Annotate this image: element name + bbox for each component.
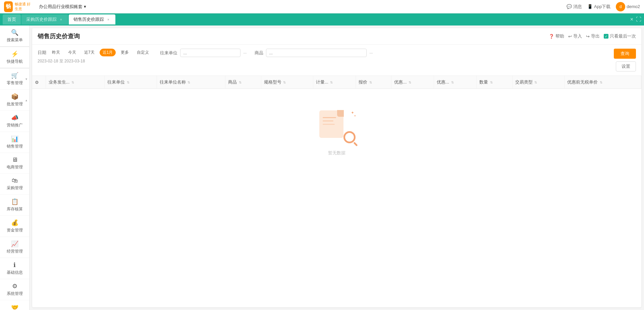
tab-purchase-label: 采购历史价跟踪 — [26, 16, 57, 22]
finance-icon: 💰 — [11, 219, 18, 226]
date-btn-1month[interactable]: 近1月 — [100, 49, 116, 56]
col-gear[interactable]: ⚙ — [32, 76, 46, 89]
col-discount1-label: 优惠... — [394, 80, 407, 85]
col-discount2[interactable]: 优惠... ⇅ — [434, 76, 477, 89]
col-biz-date[interactable]: 业务发生... ⇅ — [46, 76, 105, 89]
sidebar-item-ecommerce[interactable]: 🖥 电商管理 — [0, 153, 29, 174]
sort-icon: ⇅ — [283, 81, 286, 84]
ecommerce-icon: 🖥 — [12, 156, 18, 163]
gear-icon: ⚙ — [35, 80, 39, 85]
basics-icon: ℹ — [13, 261, 16, 269]
filter-area: 日期 昨天 今天 近7天 近1月 更多 自定义 2023-02-18 至 202… — [32, 45, 641, 76]
fullscreen-button[interactable]: ⛶ — [636, 16, 641, 22]
help-button[interactable]: ❓ 帮助 — [549, 33, 564, 39]
col-trade-type[interactable]: 交易类型 ⇅ — [512, 76, 564, 89]
user-avatar-button[interactable]: d demo2 — [616, 2, 640, 11]
date-btn-yesterday[interactable]: 昨天 — [49, 49, 63, 56]
sidebar-item-label: 营销推广 — [7, 122, 23, 128]
page-container: 销售历史价查询 ❓ 帮助 ↩ 导入 ↪ 导出 ✓ — [32, 28, 641, 307]
tab-bar-right: × ⛶ — [630, 16, 641, 22]
col-qty[interactable]: 数量 ⇅ — [477, 76, 513, 89]
message-button[interactable]: 💬 消息 — [567, 4, 582, 10]
shortcut-icon: ⚡ — [11, 50, 18, 58]
table-header-row: ⚙ 业务发生... ⇅ 往来单位 ⇅ 往来单位名称 — [32, 76, 641, 89]
sidebar-item-inventory[interactable]: 📋 库存核算 — [0, 195, 29, 216]
sidebar-item-label: 快捷导航 — [7, 59, 23, 64]
date-btn-today[interactable]: 今天 — [65, 49, 79, 56]
sidebar-item-label: 销售管理 — [7, 144, 23, 149]
sidebar-item-purchase-mgmt[interactable]: 🛍 采购管理 — [0, 174, 29, 195]
empty-text: 暂无数据 — [328, 150, 345, 156]
sidebar-item-label: 搜索菜单 — [7, 37, 23, 43]
sort-icon: ⇅ — [369, 81, 372, 84]
col-no-tax-price[interactable]: 优惠前无税单价 ⇅ — [565, 76, 641, 89]
sidebar-item-wholesale[interactable]: 📦 批发管理 ▴ — [0, 90, 29, 111]
tab-home-label: 首页 — [7, 16, 16, 22]
tab-sales-close[interactable]: × — [106, 17, 111, 22]
operations-icon: 📈 — [11, 240, 18, 248]
sort-icon: ⇅ — [451, 81, 454, 84]
sidebar-item-label: 系统管理 — [7, 291, 23, 297]
date-range-display: 2023-02-18 至 2023-03-18 — [38, 58, 152, 64]
partner-filter: 往来单位 ··· — [160, 49, 247, 57]
export-label: 导出 — [591, 33, 600, 39]
col-spec-label: 规格型号 — [264, 80, 281, 85]
partner-label: 往来单位 — [160, 50, 177, 56]
main-layout: 🔍 搜索菜单 ⚡ 快捷导航 🛒 零售管理 ▾ 📦 批发管理 ▴ 📣 营销推广 📊… — [0, 25, 644, 310]
sidebar-item-label: 零售管理 — [7, 80, 23, 86]
tab-sales[interactable]: 销售历史价跟踪 × — [69, 14, 115, 24]
tab-home[interactable]: 首页 — [3, 14, 21, 24]
sidebar-item-operations[interactable]: 📈 经营管理 — [0, 237, 29, 258]
sidebar-item-finance[interactable]: 💰 资金管理 — [0, 216, 29, 237]
tab-purchase-close[interactable]: × — [59, 17, 63, 22]
export-button[interactable]: ↪ 导出 — [586, 33, 600, 39]
sort-icon: ⇅ — [71, 81, 74, 84]
col-price[interactable]: 报价 ⇅ — [356, 76, 391, 89]
message-label: 消息 — [573, 4, 582, 10]
col-unit[interactable]: 计量... ⇅ — [313, 76, 356, 89]
sidebar-item-system[interactable]: ⚙ 系统管理 — [0, 279, 29, 300]
partner-more[interactable]: ··· — [243, 51, 247, 55]
sales-mgmt-icon: 📊 — [11, 135, 18, 143]
sidebar-item-sales-mgmt[interactable]: 📊 销售管理 — [0, 132, 29, 153]
sidebar-item-retail[interactable]: 🛒 零售管理 ▾ — [0, 68, 29, 90]
date-btn-more[interactable]: 更多 — [118, 49, 132, 56]
product-input[interactable] — [266, 49, 367, 57]
query-button[interactable]: 查询 — [614, 49, 636, 59]
workspace-selector[interactable]: 办公用品行业模拟账套 ▾ — [36, 2, 89, 11]
col-unit-label: 计量... — [316, 80, 328, 85]
purchase-mgmt-icon: 🛍 — [12, 177, 18, 184]
sidebar-item-enterprise[interactable]: 🤝 企业协同 — [0, 300, 29, 310]
col-partner-name[interactable]: 往来单位名称 ⇅ — [157, 76, 225, 89]
app-download-button[interactable]: 📱 App下载 — [587, 4, 610, 10]
tab-purchase[interactable]: 采购历史价跟踪 × — [21, 14, 68, 24]
close-all-tabs-button[interactable]: × — [630, 16, 633, 22]
setting-button[interactable]: 设置 — [616, 61, 636, 71]
sort-icon: ⇅ — [127, 81, 129, 84]
sidebar-item-shortcut[interactable]: ⚡ 快捷导航 — [0, 47, 29, 68]
col-partner-code[interactable]: 往来单位 ⇅ — [105, 76, 157, 89]
col-product[interactable]: 商品 ⇅ — [225, 76, 261, 89]
sort-icon: ⇅ — [239, 81, 241, 84]
col-price-label: 报价 — [359, 80, 367, 85]
chevron-down-icon: ▾ — [84, 4, 86, 9]
sidebar-item-label: 批发管理 — [7, 101, 23, 107]
col-no-tax-price-label: 优惠前无税单价 — [567, 80, 598, 85]
col-spec[interactable]: 规格型号 ⇅ — [261, 76, 313, 89]
partner-input[interactable] — [180, 49, 240, 57]
only-last-label: 只看最后一次 — [610, 33, 636, 39]
user-name: demo2 — [627, 4, 640, 9]
sidebar-item-search[interactable]: 🔍 搜索菜单 — [0, 25, 29, 47]
sidebar-item-marketing[interactable]: 📣 营销推广 — [0, 111, 29, 132]
import-button[interactable]: ↩ 导入 — [568, 33, 582, 39]
col-discount1[interactable]: 优惠... ⇅ — [391, 76, 434, 89]
product-more[interactable]: ··· — [369, 51, 373, 55]
date-btn-custom[interactable]: 自定义 — [134, 49, 152, 56]
only-last-checkbox[interactable]: ✓ 只看最后一次 — [604, 33, 636, 39]
import-label: 导入 — [573, 33, 582, 39]
sidebar-item-basics[interactable]: ℹ 基础信息 — [0, 258, 29, 279]
help-label: 帮助 — [555, 33, 564, 39]
sidebar-item-label: 经营管理 — [7, 249, 23, 254]
date-btn-7days[interactable]: 近7天 — [81, 49, 98, 56]
logo-text: 畅捷通 好生意 — [15, 2, 34, 11]
